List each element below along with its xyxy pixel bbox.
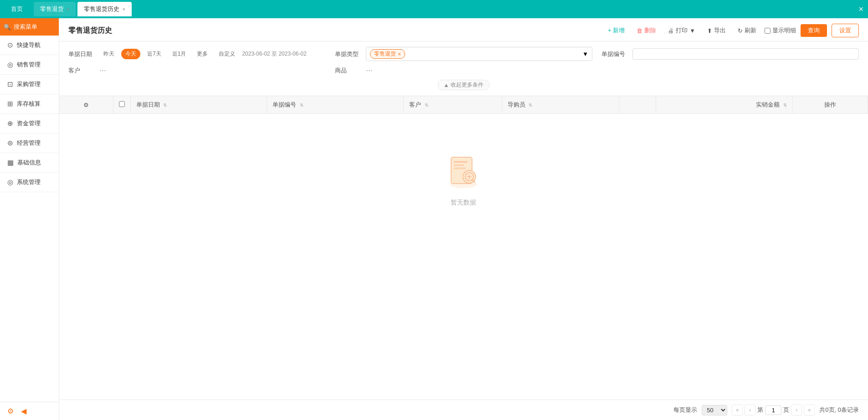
delete-button[interactable]: 🗑 删除	[633, 25, 660, 36]
th-actual-amount-sort[interactable]: ⇅	[783, 102, 787, 108]
th-customer-sort[interactable]: ⇅	[425, 102, 428, 108]
th-guide-label: 导购员	[508, 101, 525, 108]
show-detail-label: 显示明细	[772, 26, 796, 35]
filter-customer-dots[interactable]: ···	[99, 66, 106, 75]
th-guide[interactable]: 导购员 ⇅	[502, 96, 619, 114]
home-tab[interactable]: 首页	[5, 3, 29, 15]
filter-doc-no-input[interactable]	[632, 48, 859, 60]
sidebar-item-basic-info[interactable]: ▦ 基础信息	[0, 153, 59, 173]
filter-doc-type-dropdown-icon: ▼	[582, 51, 588, 57]
tab-retail-return-history-close[interactable]: ×	[122, 6, 125, 12]
svg-rect-3	[454, 164, 464, 166]
finance-mgmt-icon: ⊕	[7, 119, 13, 128]
filter-doc-no-label: 单据编号	[601, 50, 629, 58]
sidebar-item-quick-nav-label: 快捷导航	[17, 41, 41, 49]
tab-retail-return-close[interactable]: ×	[67, 6, 69, 12]
inventory-icon: ⊞	[7, 100, 13, 108]
refresh-button[interactable]: ↻ 刷新	[734, 25, 760, 36]
sidebar-item-basic-info-label: 基础信息	[17, 159, 41, 167]
sales-mgmt-icon: ◎	[7, 61, 13, 69]
new-button[interactable]: + 新增	[604, 25, 628, 36]
select-all-checkbox[interactable]	[119, 101, 125, 107]
filter-goods-dots[interactable]: ···	[366, 66, 373, 75]
delete-label: 删除	[644, 26, 656, 35]
quick-nav-icon: ⊙	[7, 41, 13, 49]
tab-retail-return[interactable]: 零售退货 ×	[34, 2, 76, 16]
settings-button[interactable]: 设置	[832, 24, 859, 37]
page-header: 零售退货历史 + 新增 🗑 删除 🖨 打印 ▼ ⬆ 导出 ↻	[59, 18, 868, 41]
query-button[interactable]: 查询	[801, 24, 827, 37]
th-spacer	[619, 96, 656, 114]
date-btn-today[interactable]: 今天	[121, 49, 140, 59]
th-guide-sort[interactable]: ⇅	[529, 102, 532, 108]
sidebar-item-operations-mgmt[interactable]: ⊜ 经营管理	[0, 133, 59, 153]
table-wrap: ⚙ 单据日期 ⇅ 单据编号 ⇅ 客户	[59, 96, 868, 400]
sidebar-item-inventory-label: 库存核算	[17, 100, 41, 108]
date-btn-1month[interactable]: 近1月	[168, 49, 190, 59]
window-close-button[interactable]: ×	[858, 5, 863, 14]
sidebar-item-finance-mgmt-label: 资金管理	[17, 119, 41, 128]
th-ops-label: 操作	[824, 101, 836, 108]
pagination-total: 共0页, 0条记录	[819, 406, 859, 414]
settings-icon[interactable]: ⚙	[7, 407, 14, 415]
filter-doc-type-remove[interactable]: ×	[398, 51, 401, 57]
filter-customer: 客户 ···	[68, 66, 326, 75]
th-doc-no[interactable]: 单据编号 ⇅	[267, 96, 404, 114]
pagination: 每页显示 50 10 20 100 « ‹ 第 页 › » 共0页, 0条记录	[59, 400, 868, 420]
print-button[interactable]: 🖨 打印 ▼	[664, 25, 699, 36]
page-prev-button[interactable]: ‹	[745, 405, 755, 415]
sidebar-item-purchase-mgmt-label: 采购管理	[17, 80, 41, 88]
th-doc-date[interactable]: 单据日期 ⇅	[130, 96, 267, 114]
tab-retail-return-label: 零售退货	[40, 5, 64, 13]
filter-doc-type-label: 单据类型	[335, 50, 362, 58]
show-detail-checkbox-label[interactable]: 显示明细	[765, 26, 796, 35]
date-btn-7days[interactable]: 近7天	[143, 49, 165, 59]
page-unit: 页	[783, 406, 789, 414]
th-doc-date-sort[interactable]: ⇅	[163, 102, 167, 108]
sidebar-item-finance-mgmt[interactable]: ⊕ 资金管理	[0, 114, 59, 133]
sidebar-item-inventory[interactable]: ⊞ 库存核算	[0, 94, 59, 114]
filter-doc-type-select[interactable]: 零售退货 × ▼	[366, 47, 592, 61]
sidebar-item-system-mgmt[interactable]: ◎ 系统管理	[0, 173, 59, 192]
export-button[interactable]: ⬆ 导出	[704, 25, 729, 36]
date-btn-yesterday[interactable]: 昨天	[99, 49, 118, 59]
th-checkbox[interactable]	[113, 96, 130, 114]
sidebar-search[interactable]: 🔍 搜索菜单	[0, 18, 59, 36]
empty-icon	[443, 150, 484, 191]
filter-date-range: 2023-06-02 至 2023-06-02	[242, 50, 306, 58]
date-btn-more[interactable]: 更多	[193, 49, 212, 59]
sidebar-item-system-mgmt-label: 系统管理	[17, 178, 41, 186]
filter-goods: 商品 ···	[335, 66, 592, 75]
refresh-label: 刷新	[745, 26, 756, 35]
page-last-button[interactable]: »	[804, 405, 815, 415]
sidebar-bottom: ⚙ ◀	[0, 402, 59, 420]
collapse-button[interactable]: ▲ 收起更多条件	[438, 80, 490, 90]
filter-doc-type: 单据类型 零售退货 × ▼	[335, 47, 592, 61]
date-btn-custom[interactable]: 自定义	[215, 49, 239, 59]
search-icon: 🔍	[4, 24, 11, 31]
th-doc-no-sort[interactable]: ⇅	[300, 102, 303, 108]
page-first-button[interactable]: «	[732, 405, 743, 415]
sidebar-item-purchase-mgmt[interactable]: ⊡ 采购管理	[0, 75, 59, 94]
svg-rect-4	[454, 168, 466, 169]
sidebar-item-sales-mgmt[interactable]: ◎ 销售管理	[0, 55, 59, 75]
sidebar-item-sales-mgmt-label: 销售管理	[17, 61, 41, 69]
sidebar-item-quick-nav[interactable]: ⊙ 快捷导航	[0, 36, 59, 55]
tab-retail-return-history[interactable]: 零售退货历史 ×	[77, 2, 131, 16]
th-actual-amount[interactable]: 实销金额 ⇅	[656, 96, 793, 114]
th-customer[interactable]: 客户 ⇅	[404, 96, 502, 114]
filter-date-label: 单据日期	[68, 50, 96, 58]
filter-doc-type-tag: 零售退货 ×	[370, 49, 405, 59]
filter-date-group: 昨天 今天 近7天 近1月 更多 自定义 2023-06-02 至 2023-0…	[99, 49, 307, 59]
filter-customer-label: 客户	[68, 67, 96, 75]
collapse-sidebar-icon[interactable]: ◀	[21, 407, 26, 415]
export-label: 导出	[714, 26, 726, 35]
th-settings[interactable]: ⚙	[59, 96, 113, 114]
show-detail-checkbox[interactable]	[765, 28, 770, 34]
filter-row-1: 单据日期 昨天 今天 近7天 近1月 更多 自定义 2023-06-02 至 2…	[68, 47, 859, 61]
page-input[interactable]	[765, 405, 781, 415]
page-next-button[interactable]: ›	[791, 405, 802, 415]
per-page-select[interactable]: 50 10 20 100	[702, 405, 727, 415]
filter-date: 单据日期 昨天 今天 近7天 近1月 更多 自定义 2023-06-02 至 2…	[68, 49, 326, 59]
table-header-row: ⚙ 单据日期 ⇅ 单据编号 ⇅ 客户	[59, 96, 868, 114]
